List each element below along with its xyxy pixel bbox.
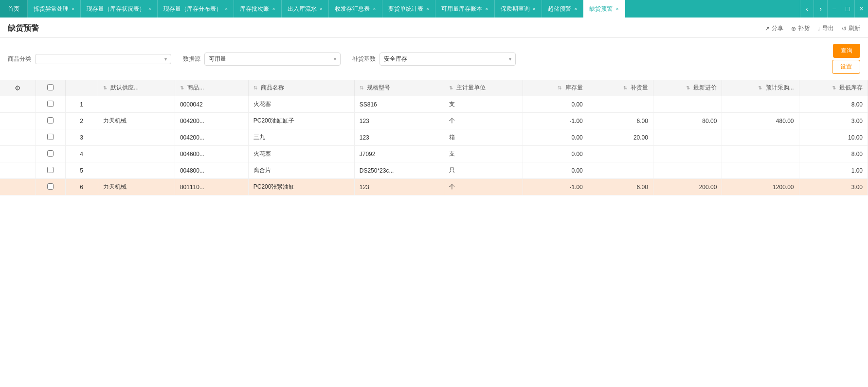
row-price-cell <box>653 146 722 162</box>
row-minstock-cell: 3.00 <box>799 179 868 195</box>
replenish-icon: ⊕ <box>791 25 796 32</box>
tab-4-close[interactable]: × <box>272 6 275 12</box>
row-price-cell <box>653 96 722 113</box>
tab-3-close[interactable]: × <box>225 6 228 12</box>
category-label: 商品分类 <box>8 55 31 63</box>
row-price-cell: 200.00 <box>653 179 722 195</box>
row-checkbox-1[interactable] <box>47 117 54 123</box>
tab-maximize-button[interactable]: □ <box>841 0 854 18</box>
col-header-check[interactable] <box>36 80 65 96</box>
select-all-checkbox[interactable] <box>47 84 54 90</box>
row-supplier-cell <box>98 96 175 113</box>
row-spec-cell: 123 <box>354 179 444 195</box>
row-check-cell[interactable] <box>36 162 65 179</box>
refresh-button[interactable]: ↺ 刷新 <box>842 24 860 33</box>
row-checkbox-5[interactable] <box>47 183 54 190</box>
query-button[interactable]: 查询 <box>833 44 860 58</box>
tab-minimize-button[interactable]: − <box>827 0 841 18</box>
settings-button[interactable]: 设置 <box>832 60 860 74</box>
row-check-cell[interactable] <box>36 146 65 162</box>
page-header: 缺货预警 ↗ 分享 ⊕ 补货 ↓ 导出 ↺ 刷新 <box>0 18 868 38</box>
row-check-cell[interactable] <box>36 129 65 146</box>
datasource-filter: 数据源 可用量 ▾ <box>183 53 341 66</box>
tab-5-close[interactable]: × <box>320 6 323 12</box>
tab-10-close[interactable]: × <box>574 6 577 12</box>
table-row: 2 力天机械 004200... PC200油缸缸子 123 个 -1.00 6… <box>0 113 868 129</box>
col-header-replenish[interactable]: ⇅ 补货量 <box>588 80 653 96</box>
tab-3[interactable]: 现存量（库存分布表） × <box>158 0 234 18</box>
tab-9-close[interactable]: × <box>533 6 536 12</box>
col-header-gear[interactable]: ⚙ <box>0 80 36 96</box>
datasource-select[interactable]: 可用量 ▾ <box>204 53 341 66</box>
tab-4[interactable]: 库存批次账 × <box>234 0 281 18</box>
tab-8-close[interactable]: × <box>485 6 488 12</box>
tab-1-close[interactable]: × <box>72 6 74 12</box>
sort-stock-icon: ⇅ <box>558 85 561 90</box>
row-num-cell: 1 <box>65 96 98 113</box>
row-check-cell[interactable] <box>36 113 65 129</box>
tab-8[interactable]: 可用量库存账本 × <box>435 0 494 18</box>
row-name-cell: 三九 <box>248 129 354 146</box>
col-header-spec[interactable]: ⇅ 规格型号 <box>354 80 444 96</box>
col-header-minstock[interactable]: ⇅ 最低库存 <box>799 80 868 96</box>
table-row: 5 004800... 离合片 DS250*23c... 只 0.00 1.00 <box>0 162 868 179</box>
tab-7[interactable]: 要货单统计表 × <box>382 0 435 18</box>
row-spec-cell: 123 <box>354 129 444 146</box>
row-purchase-cell: 1200.00 <box>722 179 799 195</box>
tab-11[interactable]: 缺货预警 × <box>583 0 625 18</box>
tab-9[interactable]: 保质期查询 × <box>495 0 542 18</box>
col-minstock-label: 最低库存 <box>839 84 863 91</box>
replenish-button[interactable]: ⊕ 补货 <box>791 24 810 33</box>
tab-6[interactable]: 收发存汇总表 × <box>329 0 382 18</box>
row-check-cell[interactable] <box>36 179 65 195</box>
tab-7-close[interactable]: × <box>426 6 429 12</box>
row-unit-cell: 个 <box>444 113 523 129</box>
tab-2[interactable]: 现存量（库存状况表） × <box>81 0 157 18</box>
row-stock-cell: 0.00 <box>523 96 588 113</box>
row-checkbox-3[interactable] <box>47 150 54 157</box>
tab-close-window-button[interactable]: × <box>854 0 868 18</box>
replenish-base-select[interactable]: 安全库存 ▾ <box>380 53 516 66</box>
tab-5[interactable]: 出入库流水 × <box>282 0 329 18</box>
row-stock-cell: 0.00 <box>523 129 588 146</box>
tab-2-close[interactable]: × <box>148 6 151 12</box>
share-button[interactable]: ↗ 分享 <box>765 24 783 33</box>
row-unit-cell: 只 <box>444 162 523 179</box>
row-purchase-cell <box>722 96 799 113</box>
col-header-supplier[interactable]: ⇅ 默认供应... <box>98 80 175 96</box>
table-row: 4 004600... 火花塞 J7092 支 0.00 8.00 <box>0 146 868 162</box>
sort-spec-icon: ⇅ <box>360 85 363 90</box>
row-stock-cell: -1.00 <box>523 113 588 129</box>
row-checkbox-2[interactable] <box>47 134 54 140</box>
tab-home[interactable]: 首页 <box>0 0 28 18</box>
row-code-cell: 801110... <box>175 179 248 195</box>
col-header-purchase[interactable]: ⇅ 预计采购... <box>722 80 799 96</box>
row-stock-cell: 0.00 <box>523 146 588 162</box>
sort-minstock-icon: ⇅ <box>832 85 836 90</box>
row-code-cell: 004600... <box>175 146 248 162</box>
col-header-stock[interactable]: ⇅ 库存量 <box>523 80 588 96</box>
row-checkbox-0[interactable] <box>47 101 54 107</box>
tab-next-button[interactable]: › <box>814 0 827 18</box>
col-header-name[interactable]: ⇅ 商品名称 <box>248 80 354 96</box>
tab-bar: 首页 拣货异常处理 × 现存量（库存状况表） × 现存量（库存分布表） × 库存… <box>0 0 868 18</box>
row-checkbox-4[interactable] <box>47 167 54 173</box>
col-header-code[interactable]: ⇅ 商品... <box>175 80 248 96</box>
col-header-price[interactable]: ⇅ 最新进价 <box>653 80 722 96</box>
tab-1[interactable]: 拣货异常处理 × <box>28 0 81 18</box>
row-num-cell: 5 <box>65 162 98 179</box>
tab-10[interactable]: 超储预警 × <box>542 0 583 18</box>
export-button[interactable]: ↓ 导出 <box>817 24 834 33</box>
row-spec-cell: 123 <box>354 113 444 129</box>
tab-11-close[interactable]: × <box>615 6 618 12</box>
row-supplier-cell <box>98 129 175 146</box>
gear-settings-icon[interactable]: ⚙ <box>15 84 21 92</box>
category-select[interactable]: ▾ <box>35 54 171 64</box>
col-header-unit[interactable]: ⇅ 主计量单位 <box>444 80 523 96</box>
replenish-base-label: 补货基数 <box>352 55 376 63</box>
tab-6-close[interactable]: × <box>373 6 376 12</box>
row-check-cell[interactable] <box>36 96 65 113</box>
tab-prev-button[interactable]: ‹ <box>800 0 814 18</box>
tab-5-label: 出入库流水 <box>288 5 317 13</box>
tab-4-label: 库存批次账 <box>240 5 269 13</box>
